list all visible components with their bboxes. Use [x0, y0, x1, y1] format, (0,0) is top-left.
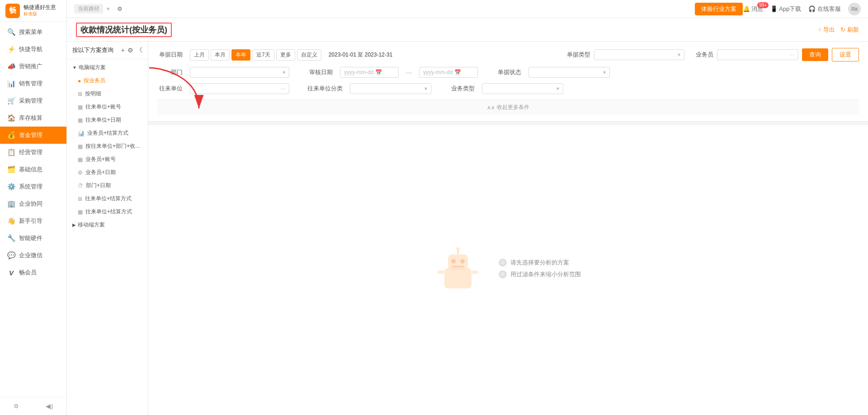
- date-btn-group: 上月 本月 本年 近7天 更多 自定义: [190, 49, 321, 61]
- message-btn[interactable]: 🔔 消息 99+: [743, 5, 764, 13]
- sidebar-item-basic[interactable]: 🗂️ 基础信息: [0, 161, 66, 178]
- partner-category-label: 往来单位分类: [307, 85, 343, 93]
- user-avatar[interactable]: Rit: [848, 3, 861, 15]
- sidebar-item-guide[interactable]: 👋 新手引导: [0, 212, 66, 230]
- sidebar-item-system[interactable]: ⚙️ 系统管理: [0, 178, 66, 195]
- finance-icon: 💰: [7, 131, 15, 139]
- scheme-section-pc: ▼ 电脑端方案 ● 按业务员 ⊞ 按明细 ▦ 往: [67, 61, 148, 218]
- export-icon: ↑: [819, 26, 822, 33]
- sidebar-item-collab[interactable]: 🏢 企业协同: [0, 195, 66, 212]
- scheme-section-pc-header[interactable]: ▼ 电脑端方案: [67, 61, 148, 74]
- salesman-select[interactable]: ···: [717, 49, 798, 60]
- setting-btn[interactable]: 设置: [832, 48, 859, 61]
- collapse-more-btn[interactable]: ∧∧ 收起更多条件: [157, 99, 859, 115]
- partner-select[interactable]: ···: [190, 83, 289, 94]
- scheme-item-partner-payment-2[interactable]: ▦ 往来单位+结算方式: [67, 205, 148, 218]
- btn-this-year[interactable]: 本年: [231, 49, 250, 61]
- folder-icon: 🗂️: [7, 165, 15, 174]
- scheme-item-salesman-date[interactable]: ⚙ 业务员+日期: [67, 166, 148, 179]
- btn-this-month[interactable]: 本月: [211, 49, 230, 61]
- salesman-more-icon: ···: [790, 52, 794, 58]
- btn-custom[interactable]: 自定义: [297, 49, 321, 61]
- partner-category-select[interactable]: ▾: [350, 83, 431, 94]
- page-title-bar: 收款情况统计(按业务员) ↑ 导出 ↻ 刷新: [67, 18, 868, 42]
- grid-icon-5: ▦: [78, 156, 83, 163]
- scheme-item-dept-date[interactable]: ⏱ 部门+日期: [67, 179, 148, 192]
- sidebar-item-purchase[interactable]: 🛒 采购管理: [0, 92, 66, 109]
- sidebar-item-finance[interactable]: 💰 资金管理: [0, 127, 66, 144]
- sidebar-item-operation[interactable]: 📋 经营管理: [0, 144, 66, 161]
- tip-num-1: ①: [499, 259, 507, 267]
- sidebar-item-marketing[interactable]: 📣 营销推广: [0, 58, 66, 75]
- doc-type-select[interactable]: ▾: [594, 49, 684, 60]
- radio-active-icon: ●: [78, 78, 81, 84]
- flash-icon: ⚡: [7, 45, 15, 53]
- megaphone-icon: 📣: [7, 62, 15, 71]
- btn-last-month[interactable]: 上月: [190, 49, 209, 61]
- audit-date-start[interactable]: yyyy-mm-dd 📅: [340, 67, 399, 78]
- settings-bottom-btn[interactable]: ⚙: [10, 401, 23, 411]
- sidebar-bottom: ⚙ ◀||: [0, 397, 66, 415]
- date-range-text: 2023-01-01 至 2023-12-31: [329, 51, 392, 59]
- app-download-btn[interactable]: 📱 App下载: [770, 5, 801, 13]
- svg-point-3: [460, 259, 465, 264]
- tip-num-2: ②: [499, 270, 507, 278]
- calendar-icon-start: 📅: [375, 69, 382, 75]
- result-area: ① 请先选择要分析的方案 ② 用过滤条件来缩小分析范围: [148, 125, 868, 415]
- sidebar-item-hardware[interactable]: 🔧 智能硬件: [0, 230, 66, 247]
- sidebar-nav: 🔍 搜索菜单 ⚡ 快捷导航 📣 营销推广 📊 销售管理 🛒 采购管理 🏠 库存核…: [0, 22, 66, 397]
- doc-status-arrow: ▾: [603, 69, 606, 75]
- sidebar-item-search[interactable]: 🔍 搜索菜单: [0, 24, 66, 41]
- refresh-btn[interactable]: ↻ 刷新: [840, 26, 859, 34]
- date-sep: —: [406, 69, 412, 76]
- scheme-item-salesman[interactable]: ● 按业务员: [67, 74, 148, 87]
- chart-icon: 📊: [7, 80, 15, 88]
- scheme-section-mobile-header[interactable]: ▶ 移动端方案: [67, 218, 148, 231]
- scheme-item-partner-account[interactable]: ▦ 往来单位+账号: [67, 100, 148, 113]
- content-body: 按以下方案查询 + ⚙ 《 ▼ 电脑端方案 ● 按业务员: [67, 42, 868, 415]
- grid-icon-7: ▦: [78, 209, 83, 215]
- scheme-item-detail[interactable]: ⊞ 按明细: [67, 87, 148, 100]
- phone-icon: 📱: [770, 5, 778, 12]
- audit-date-end[interactable]: yyyy-mm-dd 📅: [419, 67, 478, 78]
- logo-text: 畅捷通好生意: [24, 4, 56, 11]
- empty-tips: ① 请先选择要分析的方案 ② 用过滤条件来缩小分析范围: [499, 259, 581, 282]
- collapse-panel-btn[interactable]: 《: [136, 46, 142, 54]
- scheme-item-partner-date[interactable]: ▦ 往来单位+日期: [67, 113, 148, 127]
- scheme-item-salesman-account[interactable]: ▦ 业务员+账号: [67, 153, 148, 166]
- sidebar-item-wechat[interactable]: 💬 企业微信: [0, 247, 66, 264]
- biz-type-select[interactable]: ▾: [482, 83, 563, 94]
- grid-icon-1: ⊞: [78, 91, 82, 97]
- header-gear-btn[interactable]: ⚙: [113, 3, 126, 15]
- breadcrumb-area: 当前路径 ▾ ⚙: [74, 3, 695, 15]
- add-scheme-btn[interactable]: +: [121, 47, 125, 54]
- audit-date-label: 审核日期: [307, 68, 333, 76]
- query-btn[interactable]: 查询: [802, 48, 828, 61]
- collapse-sidebar-btn[interactable]: ◀||: [42, 401, 57, 411]
- scheme-item-partner-dept[interactable]: ▦ 按往来单位+部门+收...: [67, 140, 148, 153]
- breadcrumb: 当前路径: [74, 4, 103, 14]
- sidebar-item-member[interactable]: V 畅会员: [0, 264, 66, 281]
- doc-status-select[interactable]: ▾: [528, 67, 610, 78]
- scheme-item-partner-payment-1[interactable]: ⊞ 往来单位+结算方式: [67, 192, 148, 205]
- scheme-item-salesman-payment[interactable]: 📊 业务员+结算方式: [67, 127, 148, 140]
- page-area: 收款情况统计(按业务员) ↑ 导出 ↻ 刷新 按以下方案查询 + ⚙: [67, 18, 868, 415]
- btn-last7[interactable]: 近7天: [252, 49, 274, 61]
- sidebar-item-inventory[interactable]: 🏠 库存核算: [0, 109, 66, 127]
- filter-row-1: 单据日期 上月 本月 本年 近7天 更多 自定义 2023-01-01 至 20…: [157, 48, 859, 61]
- sidebar-item-quick[interactable]: ⚡ 快捷导航: [0, 41, 66, 58]
- calendar-icon-end: 📅: [454, 69, 461, 75]
- scheme-settings-btn[interactable]: ⚙: [127, 47, 133, 54]
- btn-more-date[interactable]: 更多: [276, 49, 295, 61]
- logo-icon: 畅: [5, 4, 20, 18]
- trial-btn[interactable]: 体验行业方案: [695, 3, 743, 15]
- online-service-btn[interactable]: 🎧 在线客服: [808, 5, 841, 13]
- sidebar-item-sales[interactable]: 📊 销售管理: [0, 75, 66, 92]
- filter-row-3: 往来单位 ··· 往来单位分类 ▾ 业务类型 ▾: [157, 83, 859, 94]
- headset-icon: 🎧: [808, 5, 816, 12]
- mobile-section-arrow: ▶: [72, 222, 76, 227]
- doc-type-label: 单据类型: [565, 51, 590, 59]
- export-btn[interactable]: ↑ 导出: [819, 26, 835, 34]
- building-icon: 🏢: [7, 200, 15, 208]
- dept-select[interactable]: ▾: [190, 67, 289, 78]
